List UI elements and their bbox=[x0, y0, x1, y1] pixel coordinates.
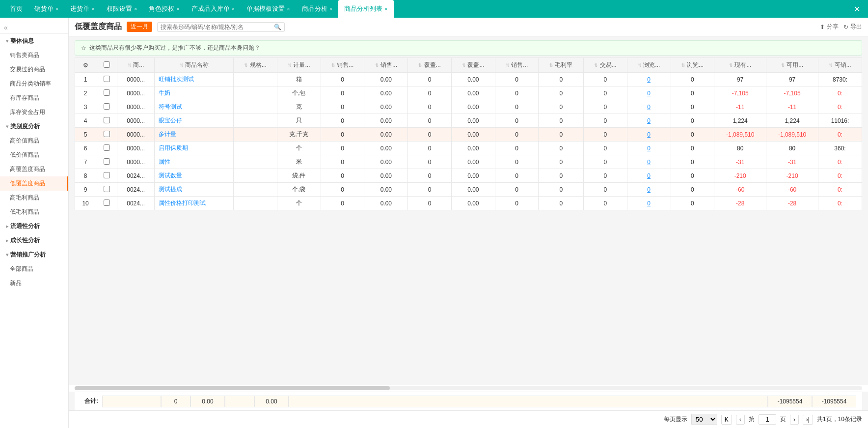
browse-link-5[interactable]: 0 bbox=[647, 131, 651, 138]
col-checkbox-header[interactable] bbox=[96, 58, 117, 73]
settings-icon[interactable]: ⚙ bbox=[83, 62, 88, 69]
nav-close-sales-order[interactable]: × bbox=[55, 0, 58, 18]
sidebar-item-stock-products[interactable]: 有库存商品 bbox=[0, 91, 68, 105]
sidebar-item-high-margin[interactable]: 高毛利商品 bbox=[0, 191, 68, 205]
row-check-7[interactable] bbox=[96, 155, 117, 169]
prev-page-btn[interactable]: ‹ bbox=[736, 415, 745, 425]
nav-home[interactable]: 首页 bbox=[4, 0, 28, 18]
period-button[interactable]: 近一月 bbox=[127, 22, 152, 32]
row-name-3[interactable]: 符号测试 bbox=[155, 100, 234, 114]
browse-link-4[interactable]: 0 bbox=[647, 117, 651, 124]
sidebar-item-sales-products[interactable]: 销售类商品 bbox=[0, 48, 68, 62]
row-check-1[interactable] bbox=[96, 73, 117, 86]
col-gross-rate-header[interactable]: ⇅ 毛利率 bbox=[539, 58, 584, 73]
nav-close-product-analysis-list[interactable]: × bbox=[384, 0, 387, 18]
col-cover-b-header[interactable]: ⇅ 覆盖... bbox=[451, 58, 495, 73]
sidebar-item-low-margin[interactable]: 低毛利商品 bbox=[0, 205, 68, 219]
nav-close-product-inbound[interactable]: × bbox=[232, 0, 235, 18]
nav-permissions[interactable]: 权限设置 × bbox=[101, 0, 143, 18]
next-page-btn[interactable]: › bbox=[790, 415, 799, 425]
nav-close-template-settings[interactable]: × bbox=[287, 0, 290, 18]
sidebar-group-category[interactable]: ▾ 类别度分析 bbox=[0, 119, 68, 134]
row-name-6[interactable]: 启用保质期 bbox=[155, 142, 234, 155]
sidebar-group-growth[interactable]: ▸ 成长性分析 bbox=[0, 233, 68, 248]
first-page-btn[interactable]: K bbox=[721, 415, 732, 425]
share-button[interactable]: ⬆ 分享 bbox=[820, 23, 839, 31]
nav-template-settings[interactable]: 单据模板设置 × bbox=[241, 0, 296, 18]
search-icon[interactable]: 🔍 bbox=[274, 24, 281, 30]
col-sales-c-header[interactable]: ⇅ 销售... bbox=[495, 58, 539, 73]
browse-link-3[interactable]: 0 bbox=[647, 104, 651, 111]
last-page-btn[interactable]: ›| bbox=[803, 415, 813, 425]
row-check-3[interactable] bbox=[96, 100, 117, 114]
nav-purchase-order[interactable]: 进货单 × bbox=[64, 0, 100, 18]
col-current-header[interactable]: ⇅ 现有... bbox=[714, 58, 766, 73]
col-settings[interactable]: ⚙ bbox=[75, 58, 96, 73]
row-check-10[interactable] bbox=[96, 197, 117, 210]
col-saleable-header[interactable]: ⇅ 可销... bbox=[818, 58, 862, 73]
browse-link-8[interactable]: 0 bbox=[647, 172, 651, 179]
row-check-9[interactable] bbox=[96, 183, 117, 197]
sidebar-group-overall[interactable]: ▾ 整体信息 bbox=[0, 34, 68, 48]
sidebar-group-liquidity[interactable]: ▸ 流通性分析 bbox=[0, 219, 68, 233]
row-name-9[interactable]: 测试提成 bbox=[155, 183, 234, 197]
row-browse-a-4[interactable]: 0 bbox=[627, 114, 671, 128]
sidebar-item-high-value[interactable]: 高价值商品 bbox=[0, 134, 68, 148]
row-browse-a-9[interactable]: 0 bbox=[627, 183, 671, 197]
browse-link-10[interactable]: 0 bbox=[647, 200, 651, 207]
col-spec-header[interactable]: ⇅ 规格... bbox=[234, 58, 277, 73]
browse-link-9[interactable]: 0 bbox=[647, 186, 651, 193]
sidebar-item-low-value[interactable]: 低价值商品 bbox=[0, 148, 68, 162]
col-browse-b-header[interactable]: ⇅ 浏览... bbox=[671, 58, 714, 73]
row-check-2[interactable] bbox=[96, 86, 117, 100]
nav-product-analysis[interactable]: 商品分析 × bbox=[296, 0, 338, 18]
sidebar-item-low-coverage[interactable]: 低覆盖度商品 bbox=[0, 176, 68, 191]
row-browse-a-7[interactable]: 0 bbox=[627, 155, 671, 169]
row-name-8[interactable]: 测试数量 bbox=[155, 169, 234, 183]
col-name-header[interactable]: ⇅ 商品名称 bbox=[155, 58, 234, 73]
nav-product-inbound[interactable]: 产成品入库单 × bbox=[186, 0, 241, 18]
search-input[interactable] bbox=[161, 24, 272, 30]
col-sales-qty-header[interactable]: ⇅ 销售... bbox=[321, 58, 364, 73]
scrollbar-track[interactable] bbox=[75, 386, 862, 390]
page-size-select[interactable]: 50 10 20 100 bbox=[691, 414, 717, 425]
col-available-header[interactable]: ⇅ 可用... bbox=[766, 58, 818, 73]
sidebar-item-stock-capital[interactable]: 库存资金占用 bbox=[0, 105, 68, 119]
col-trade-header[interactable]: ⇅ 交易... bbox=[584, 58, 627, 73]
browse-link-7[interactable]: 0 bbox=[647, 159, 651, 166]
sidebar-group-marketing[interactable]: ▾ 营销推广分析 bbox=[0, 248, 68, 262]
row-name-2[interactable]: 牛奶 bbox=[155, 86, 234, 100]
row-name-4[interactable]: 眼宝公仔 bbox=[155, 114, 234, 128]
row-check-4[interactable] bbox=[96, 114, 117, 128]
nav-product-analysis-list[interactable]: 商品分析列表 × bbox=[338, 0, 393, 18]
row-browse-a-6[interactable]: 0 bbox=[627, 142, 671, 155]
sidebar-item-traded-products[interactable]: 交易过的商品 bbox=[0, 62, 68, 77]
row-browse-a-8[interactable]: 0 bbox=[627, 169, 671, 183]
page-number-input[interactable] bbox=[759, 414, 776, 425]
row-name-1[interactable]: 旺铺批次测试 bbox=[155, 73, 234, 86]
col-unit-header[interactable]: ⇅ 计量... bbox=[277, 58, 321, 73]
horizontal-scrollbar[interactable] bbox=[69, 385, 868, 392]
browse-link-2[interactable]: 0 bbox=[647, 90, 651, 97]
col-code-header[interactable]: ⇅ 商... bbox=[117, 58, 154, 73]
nav-close-purchase-order[interactable]: × bbox=[91, 0, 94, 18]
row-browse-a-5[interactable]: 0 bbox=[627, 128, 671, 142]
export-button[interactable]: ↻ 导出 bbox=[843, 23, 862, 31]
row-check-8[interactable] bbox=[96, 169, 117, 183]
nav-sales-order[interactable]: 销货单 × bbox=[28, 0, 64, 18]
sidebar-item-high-coverage[interactable]: 高覆盖度商品 bbox=[0, 162, 68, 176]
browse-link-6[interactable]: 0 bbox=[647, 145, 651, 152]
col-browse-a-header[interactable]: ⇅ 浏览... bbox=[627, 58, 671, 73]
row-name-7[interactable]: 属性 bbox=[155, 155, 234, 169]
window-close-button[interactable]: ✕ bbox=[850, 4, 864, 14]
browse-link-1[interactable]: 0 bbox=[647, 76, 651, 83]
row-browse-a-2[interactable]: 0 bbox=[627, 86, 671, 100]
row-browse-a-1[interactable]: 0 bbox=[627, 73, 671, 86]
nav-close-permissions[interactable]: × bbox=[134, 0, 137, 18]
col-sales-amt-header[interactable]: ⇅ 销售... bbox=[364, 58, 408, 73]
select-all-checkbox[interactable] bbox=[104, 61, 110, 68]
nav-role-auth[interactable]: 角色授权 × bbox=[143, 0, 185, 18]
row-name-10[interactable]: 属性价格打印测试 bbox=[155, 197, 234, 210]
row-browse-a-3[interactable]: 0 bbox=[627, 100, 671, 114]
col-cover-a-header[interactable]: ⇅ 覆盖... bbox=[408, 58, 452, 73]
